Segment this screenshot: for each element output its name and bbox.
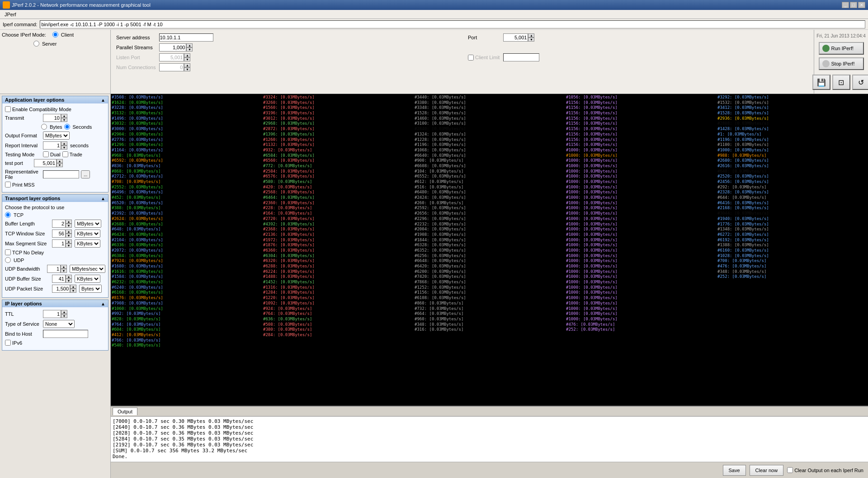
trade-label[interactable]: Trade: [62, 151, 82, 157]
run-iperf-button[interactable]: Run IPerf!: [819, 42, 864, 55]
tcp-window-input[interactable]: [52, 230, 66, 238]
dual-label[interactable]: Dual: [43, 151, 61, 157]
port-down[interactable]: ▼: [528, 37, 534, 42]
udp-buffer-unit-select[interactable]: KBytes: [75, 275, 100, 283]
maximize-button[interactable]: □: [850, 2, 857, 8]
cmd-input[interactable]: [40, 20, 865, 28]
test-port-up[interactable]: ▲: [57, 159, 63, 163]
max-seg-input[interactable]: [52, 239, 66, 248]
udp-buf-up[interactable]: ▲: [66, 275, 72, 279]
client-radio-label[interactable]: Client: [52, 32, 74, 37]
client-limit-label[interactable]: Client Limit: [468, 55, 500, 61]
udp-radio-label[interactable]: UDP: [5, 257, 24, 263]
tcp-no-delay-label[interactable]: TCP No Delay: [5, 249, 44, 255]
parallel-down[interactable]: ▼: [186, 47, 193, 52]
tcp-window-unit-select[interactable]: KBytes: [75, 230, 100, 238]
tos-select[interactable]: None: [43, 320, 75, 328]
client-limit-input[interactable]: [503, 53, 539, 61]
report-up[interactable]: ▲: [61, 141, 67, 145]
listen-down[interactable]: ▼: [184, 57, 190, 61]
parallel-up[interactable]: ▲: [186, 43, 193, 47]
udp-bw-up[interactable]: ▲: [61, 265, 67, 269]
max-seg-unit-select[interactable]: KBytes: [75, 239, 100, 248]
client-radio[interactable]: [52, 32, 58, 37]
ipv6-checkbox[interactable]: [5, 340, 11, 346]
dual-checkbox[interactable]: [43, 151, 49, 157]
buffer-up[interactable]: ▲: [66, 220, 72, 224]
udp-pkt-up[interactable]: ▲: [70, 285, 76, 289]
num-up[interactable]: ▲: [184, 63, 190, 67]
num-connections-input[interactable]: [159, 63, 184, 71]
server-address-input[interactable]: [159, 33, 213, 42]
ttl-up[interactable]: ▲: [61, 310, 67, 314]
num-down[interactable]: ▼: [184, 67, 190, 71]
ttl-input[interactable]: [43, 310, 61, 318]
compat-label[interactable]: Enable Compatibility Mode: [5, 106, 71, 112]
save-button[interactable]: Save: [723, 465, 746, 476]
menu-jperf[interactable]: JPerf: [2, 12, 19, 17]
seconds-radio[interactable]: [64, 124, 70, 130]
buffer-down[interactable]: ▼: [66, 224, 72, 228]
ip-collapse[interactable]: ▲: [101, 301, 105, 306]
transmit-down[interactable]: ▼: [61, 118, 67, 122]
client-limit-checkbox[interactable]: [468, 55, 474, 61]
udp-bw-down[interactable]: ▼: [61, 269, 67, 273]
buffer-length-unit-select[interactable]: MBytes: [75, 220, 101, 228]
transport-collapse[interactable]: ▲: [101, 196, 105, 201]
test-port-input[interactable]: [34, 159, 57, 167]
report-interval-input[interactable]: [43, 141, 61, 150]
report-down[interactable]: ▼: [61, 145, 67, 150]
output-tab[interactable]: Output: [113, 408, 137, 415]
max-seg-down[interactable]: ▼: [66, 244, 72, 248]
buffer-length-input[interactable]: [52, 220, 66, 228]
max-seg-up[interactable]: ▲: [66, 239, 72, 244]
app-layer-header[interactable]: Application layer options ▲: [2, 96, 108, 103]
clear-output-checkbox[interactable]: [787, 467, 793, 473]
listen-up[interactable]: ▲: [184, 53, 190, 57]
tcp-radio[interactable]: [5, 212, 11, 218]
compat-checkbox[interactable]: [5, 106, 11, 112]
server-radio[interactable]: [33, 41, 39, 47]
clear-now-button[interactable]: Clear now: [750, 465, 784, 476]
rep-file-input[interactable]: [43, 170, 79, 178]
ip-layer-header[interactable]: IP layer options ▲: [2, 300, 108, 307]
save-icon-button[interactable]: 💾: [812, 75, 830, 90]
udp-buf-down[interactable]: ▼: [66, 279, 72, 283]
rep-file-browse[interactable]: ...: [81, 170, 90, 178]
trade-checkbox[interactable]: [62, 151, 68, 157]
clear-output-label[interactable]: Clear Output on each Iperf Run: [787, 467, 863, 473]
ttl-down[interactable]: ▼: [61, 314, 67, 318]
test-port-down[interactable]: ▼: [57, 163, 63, 167]
print-mss-checkbox[interactable]: [5, 182, 11, 187]
close-button[interactable]: ✕: [858, 2, 865, 8]
tcp-radio-label[interactable]: TCP: [5, 212, 24, 218]
output-format-select[interactable]: MBytes: [43, 131, 70, 140]
print-mss-label[interactable]: Print MSS: [5, 182, 35, 187]
server-radio-label[interactable]: Server: [33, 41, 57, 47]
ipv6-label[interactable]: IPv6: [5, 340, 22, 346]
parallel-streams-input[interactable]: [159, 43, 186, 52]
refresh-icon-button[interactable]: ↺: [852, 75, 868, 90]
udp-pkt-down[interactable]: ▼: [70, 289, 76, 293]
reload-icon-button[interactable]: ⊡: [832, 75, 850, 90]
seconds-radio-label[interactable]: Seconds: [64, 124, 92, 130]
listen-port-input[interactable]: [159, 53, 184, 61]
bind-host-input[interactable]: [43, 330, 88, 338]
bytes-radio[interactable]: [41, 124, 47, 130]
app-layer-collapse[interactable]: ▲: [101, 98, 105, 103]
udp-packet-unit-select[interactable]: Bytes: [79, 285, 102, 293]
tcp-window-down[interactable]: ▼: [66, 234, 72, 238]
udp-bandwidth-input[interactable]: [47, 265, 61, 273]
bytes-radio-label[interactable]: Bytes: [41, 124, 62, 130]
tcp-no-delay-checkbox[interactable]: [5, 249, 11, 255]
transmit-up[interactable]: ▲: [61, 114, 67, 118]
stop-iperf-button[interactable]: Stop IPerf!: [819, 57, 864, 70]
port-input[interactable]: [503, 33, 528, 42]
transmit-input[interactable]: [43, 114, 61, 122]
minimize-button[interactable]: _: [842, 2, 849, 8]
tcp-window-up[interactable]: ▲: [66, 230, 72, 234]
transport-layer-header[interactable]: Transport layer options ▲: [2, 195, 108, 202]
udp-buffer-input[interactable]: [52, 275, 66, 283]
udp-bandwidth-unit-select[interactable]: MBytes/sec: [70, 265, 105, 273]
udp-packet-input[interactable]: [52, 285, 70, 293]
